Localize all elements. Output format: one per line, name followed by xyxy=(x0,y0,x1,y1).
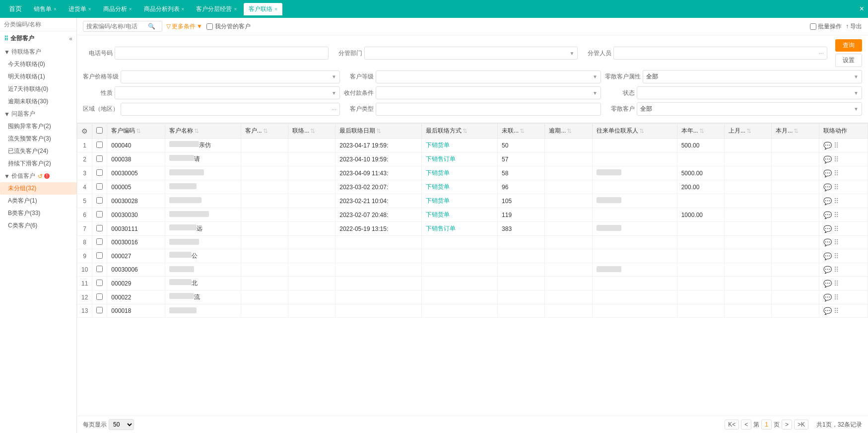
chat-action-icon[interactable]: 💬 xyxy=(823,211,832,219)
th-last-date[interactable]: 最后联络日期⇅ xyxy=(335,124,422,139)
grid-action-icon[interactable]: ⠿ xyxy=(834,252,839,260)
th-last-month[interactable]: 上月...⇅ xyxy=(724,124,771,139)
sidebar-item-ungrouped[interactable]: 未分组(32) xyxy=(0,182,76,195)
filter-payment-input[interactable]: ▼ xyxy=(376,86,601,99)
more-conditions-button[interactable]: ▽ 更多条件 ▼ xyxy=(166,22,202,31)
chat-action-icon[interactable]: 💬 xyxy=(823,238,832,246)
export-button[interactable]: ↑ 导出 xyxy=(846,22,862,31)
th-overdue[interactable]: 逾期...⇅ xyxy=(545,124,592,139)
all-customers-header[interactable]: ⠿ 全部客户 « xyxy=(0,31,76,46)
group-problem-customers[interactable]: ▼ 问题客户 xyxy=(0,108,76,120)
chat-action-icon[interactable]: 💬 xyxy=(823,266,832,274)
select-all-checkbox[interactable] xyxy=(96,127,103,134)
grid-action-icon[interactable]: ⠿ xyxy=(834,293,839,301)
sidebar-item-class-a[interactable]: A类客户(1) xyxy=(0,195,76,207)
sidebar-item-tomorrow-pending[interactable]: 明天待联络(1) xyxy=(0,71,76,83)
row-select-checkbox[interactable] xyxy=(96,252,103,259)
chat-action-icon[interactable]: 💬 xyxy=(823,252,832,260)
nav-tab-4[interactable]: 客户分层经营 × xyxy=(191,3,242,15)
close-tab-0-icon[interactable]: × xyxy=(54,6,57,12)
nav-tab-0[interactable]: 销售单 × xyxy=(29,3,62,15)
row-select-checkbox[interactable] xyxy=(96,211,103,217)
gear-icon[interactable]: ⚙ xyxy=(81,127,88,135)
chat-action-icon[interactable]: 💬 xyxy=(823,169,832,177)
grid-action-icon[interactable]: ⠿ xyxy=(834,197,839,205)
nav-tab-2[interactable]: 商品分析 × xyxy=(98,3,137,15)
th-gear[interactable]: ⚙ xyxy=(77,124,92,139)
th-no-contact[interactable]: 未联...⇅ xyxy=(498,124,545,139)
chat-action-icon[interactable]: 💬 xyxy=(823,197,832,205)
sidebar-item-churn-warning[interactable]: 流失预警客户(3) xyxy=(0,133,76,145)
filter-level-input[interactable]: ▼ xyxy=(376,71,601,83)
close-tab-3-icon[interactable]: × xyxy=(182,6,185,12)
grid-action-icon[interactable]: ⠿ xyxy=(834,225,839,233)
last-page-button[interactable]: >K xyxy=(794,420,808,430)
group-pending-contact[interactable]: ▼ 待联络客户 xyxy=(0,46,76,58)
chat-action-icon[interactable]: 💬 xyxy=(823,280,832,288)
row-select-checkbox[interactable] xyxy=(96,155,103,162)
first-page-button[interactable]: K< xyxy=(725,420,739,430)
filter-nature-input[interactable]: ▼ xyxy=(115,86,340,99)
th-unit-contact[interactable]: 往来单位联系人⇅ xyxy=(592,124,677,139)
next-page-button[interactable]: > xyxy=(782,420,792,430)
chat-action-icon[interactable]: 💬 xyxy=(823,183,832,191)
th-type[interactable]: 客户...⇅ xyxy=(241,124,288,139)
filter-scatter-customer-input[interactable]: 全部 ▼ xyxy=(637,102,862,116)
sidebar-item-churned[interactable]: 已流失客户(24) xyxy=(0,145,76,157)
row-select-checkbox[interactable] xyxy=(96,183,103,190)
close-tab-2-icon[interactable]: × xyxy=(129,6,132,12)
sidebar-item-overdue-pending[interactable]: 逾期未联络(30) xyxy=(0,95,76,108)
grid-action-icon[interactable]: ⠿ xyxy=(834,266,839,274)
batch-operation-button[interactable]: 批量操作 xyxy=(810,22,842,31)
last-method-link[interactable]: 下销货单 xyxy=(426,142,450,148)
sidebar-collapse-btn[interactable]: « xyxy=(69,35,72,42)
window-close-button[interactable]: × xyxy=(860,4,864,13)
grid-action-icon[interactable]: ⠿ xyxy=(834,183,839,191)
filter-price-input[interactable]: ▼ xyxy=(121,71,340,83)
search-icon[interactable]: 🔍 xyxy=(148,23,155,30)
last-method-link[interactable]: 下销货单 xyxy=(426,197,450,204)
row-select-checkbox[interactable] xyxy=(96,266,103,272)
page-size-select[interactable]: 50 100 200 xyxy=(109,419,134,430)
grid-action-icon[interactable]: ⠿ xyxy=(834,280,839,288)
chat-action-icon[interactable]: 💬 xyxy=(823,142,832,149)
row-select-checkbox[interactable] xyxy=(96,197,103,204)
chat-action-icon[interactable]: 💬 xyxy=(823,293,832,301)
last-method-link[interactable]: 下销售订单 xyxy=(426,225,456,232)
row-select-checkbox[interactable] xyxy=(96,293,103,300)
nav-home[interactable]: 首页 xyxy=(4,2,27,15)
filter-type-input[interactable] xyxy=(376,103,601,116)
close-tab-5-icon[interactable]: × xyxy=(274,6,277,12)
reset-button[interactable]: 设置 xyxy=(835,54,862,67)
sidebar-item-declining[interactable]: 持续下滑客户(2) xyxy=(0,157,76,170)
last-method-link[interactable]: 下销售订单 xyxy=(426,155,456,162)
row-select-checkbox[interactable] xyxy=(96,280,103,286)
grid-action-icon[interactable]: ⠿ xyxy=(834,211,839,219)
th-this-year[interactable]: 本年...⇅ xyxy=(677,124,724,139)
chat-action-icon[interactable]: 💬 xyxy=(823,225,832,233)
chat-action-icon[interactable]: 💬 xyxy=(823,307,832,315)
sidebar-item-today-pending[interactable]: 今天待联络(0) xyxy=(0,58,76,71)
close-tab-1-icon[interactable]: × xyxy=(88,6,91,12)
filter-status-input[interactable]: ▼ xyxy=(637,86,862,99)
row-select-checkbox[interactable] xyxy=(96,142,103,148)
row-select-checkbox[interactable] xyxy=(96,238,103,245)
sidebar-item-7days-pending[interactable]: 近7天待联络(0) xyxy=(0,83,76,95)
filter-person-input[interactable]: ··· xyxy=(613,47,827,60)
grid-action-icon[interactable]: ⠿ xyxy=(834,142,839,149)
sidebar-item-class-c[interactable]: C类客户(6) xyxy=(0,219,76,232)
th-name[interactable]: 客户名称⇅ xyxy=(165,124,241,139)
query-button[interactable]: 查询 xyxy=(835,39,862,52)
sidebar-search-input[interactable] xyxy=(4,21,77,28)
filter-scatter-input[interactable]: 全部 ▼ xyxy=(643,70,862,83)
close-tab-4-icon[interactable]: × xyxy=(234,6,237,12)
my-customers-check[interactable] xyxy=(206,23,213,30)
grid-action-icon[interactable]: ⠿ xyxy=(834,238,839,246)
row-select-checkbox[interactable] xyxy=(96,225,103,231)
th-last-method[interactable]: 最后联络方式⇅ xyxy=(422,124,498,139)
nav-tab-5[interactable]: 客户联络 × xyxy=(244,3,282,15)
nav-tab-3[interactable]: 商品分析列表 × xyxy=(139,3,190,15)
refresh-icon[interactable]: ↺ xyxy=(38,173,43,180)
grid-action-icon[interactable]: ⠿ xyxy=(834,169,839,177)
my-customers-checkbox[interactable]: 我分管的客户 xyxy=(206,22,251,31)
